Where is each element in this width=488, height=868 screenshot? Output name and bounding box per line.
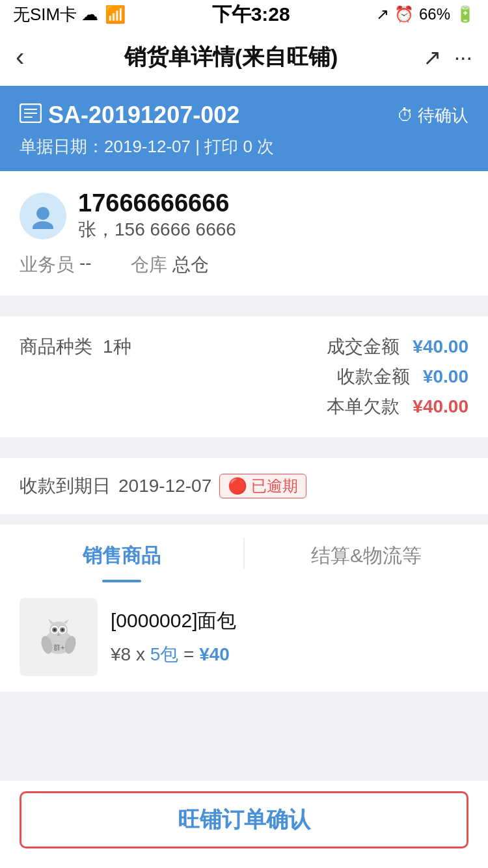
tab-settlement[interactable]: 结算&物流等	[245, 524, 488, 582]
svg-point-12	[53, 629, 56, 631]
tabs: 销售商品 结算&物流等	[0, 524, 488, 582]
transaction-value: ¥40.00	[413, 336, 468, 357]
page-title: 销货单详情(来自旺铺)	[55, 42, 407, 72]
back-button[interactable]: ‹	[16, 42, 55, 72]
status-bar: 无SIM卡 ☁ 📶 下午3:28 ↗ ⏰ 66% 🔋	[0, 0, 488, 29]
customer-name: 张，156 6666 6666	[78, 217, 236, 242]
product-kinds-label: 商品种类	[20, 334, 92, 359]
order-id-icon	[20, 102, 42, 129]
svg-text:群+: 群+	[53, 644, 64, 651]
status-right: ↗ ⏰ 66% 🔋	[376, 5, 475, 23]
owed-value: ¥40.00	[413, 396, 468, 417]
sim-status: 无SIM卡 ☁	[13, 3, 98, 26]
transaction-label: 成交金额	[327, 334, 400, 359]
clock-icon: ⏱	[397, 105, 414, 126]
nav-bar: ‹ 销货单详情(来自旺铺) ↗︎ ···	[0, 29, 488, 86]
divider-2	[0, 448, 488, 458]
amounts-section: 商品种类 1种 成交金额 ¥40.00 收款金额 ¥0.00 本单欠款 ¥40.…	[0, 316, 488, 437]
status-time: 下午3:28	[212, 1, 290, 28]
svg-point-5	[33, 221, 53, 229]
tab-sales-label: 销售商品	[83, 545, 161, 566]
due-date-value: 2019-12-07	[118, 476, 211, 496]
confirm-order-button[interactable]: 旺铺订单确认	[20, 791, 468, 848]
product-thumbnail: 群+	[20, 598, 98, 676]
share-button[interactable]: ↗︎	[423, 44, 441, 70]
confirm-button-wrapper: 旺铺订单确认	[0, 781, 488, 868]
order-header: SA-20191207-002 ⏱ 待确认 单据日期：2019-12-07 | …	[0, 86, 488, 171]
product-price-formula: ¥8 x 5包 = ¥40	[111, 642, 468, 667]
due-date-label: 收款到期日	[20, 474, 111, 498]
customer-section: 17666666666 张，156 6666 6666 业务员 -- 仓库 总仓	[0, 171, 488, 295]
received-label: 收款金额	[337, 364, 410, 389]
tab-sales[interactable]: 销售商品	[0, 524, 243, 582]
product-info: [0000002]面包 ¥8 x 5包 = ¥40	[111, 608, 468, 667]
overdue-badge: 🔴 已逾期	[219, 474, 306, 498]
nav-actions: ↗︎ ···	[407, 44, 472, 70]
equals: =	[178, 644, 199, 664]
customer-avatar	[20, 193, 66, 239]
order-date: 单据日期：2019-12-07 | 打印 0 次	[20, 135, 468, 158]
product-kinds-value: 1种	[103, 334, 131, 359]
product-logo: 群+	[33, 617, 85, 657]
confirm-button-label: 旺铺订单确认	[178, 805, 310, 835]
product-list: 群+ [0000002]面包 ¥8 x 5包 = ¥40	[0, 582, 488, 692]
tab-settlement-label: 结算&物流等	[311, 545, 422, 566]
status-text: 待确认	[418, 104, 468, 127]
order-status: ⏱ 待确认	[397, 104, 468, 127]
svg-point-13	[61, 629, 64, 631]
order-id: SA-20191207-002	[20, 102, 239, 129]
customer-phone: 17666666666	[78, 189, 236, 217]
owed-label: 本单欠款	[327, 394, 400, 419]
order-id-text: SA-20191207-002	[48, 102, 239, 129]
svg-point-4	[36, 207, 49, 220]
battery-status: 66%	[419, 5, 450, 23]
price-base: ¥8 x	[111, 644, 150, 664]
overdue-icon: 🔴	[228, 477, 247, 495]
overdue-text: 已逾期	[251, 476, 298, 496]
wifi-icon: 📶	[105, 5, 126, 25]
salesperson-label: 业务员	[20, 252, 74, 277]
product-qty: 5包	[150, 644, 179, 664]
product-name: [0000002]面包	[111, 608, 468, 634]
salesperson-value: --	[79, 252, 92, 277]
warehouse-label: 仓库	[131, 252, 167, 277]
divider-1	[0, 306, 488, 316]
alarm-icon: ⏰	[394, 5, 414, 23]
received-value: ¥0.00	[423, 366, 468, 387]
product-item: 群+ [0000002]面包 ¥8 x 5包 = ¥40	[20, 598, 468, 676]
product-total: ¥40	[199, 644, 230, 664]
battery-icon: 🔋	[455, 5, 475, 23]
status-left: 无SIM卡 ☁ 📶	[13, 3, 126, 26]
warehouse-value: 总仓	[172, 252, 209, 277]
more-button[interactable]: ···	[454, 44, 472, 70]
due-date-section: 收款到期日 2019-12-07 🔴 已逾期	[0, 458, 488, 514]
location-icon: ↗	[376, 5, 389, 23]
